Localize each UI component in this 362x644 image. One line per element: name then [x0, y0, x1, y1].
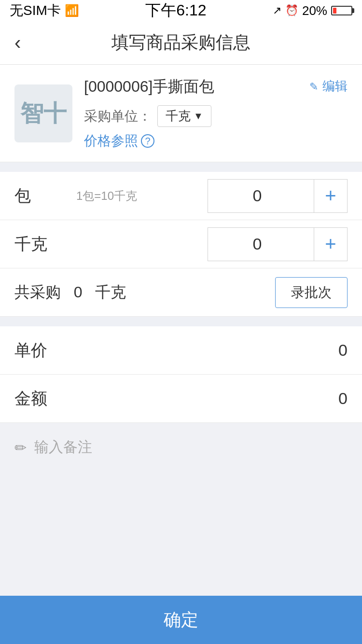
product-image: 智十 — [14, 84, 72, 142]
amount-row: 金额 0 — [0, 375, 362, 423]
kg-input-group: + — [208, 227, 348, 261]
unit-label: 采购单位： — [84, 107, 152, 126]
kg-plus-button[interactable]: + — [314, 227, 348, 261]
product-name: [0000006]手撕面包 — [84, 76, 298, 98]
separator-1 — [0, 162, 362, 172]
bao-input[interactable] — [208, 179, 314, 213]
remark-section[interactable]: ✏ 输入备注 — [0, 423, 362, 519]
summary-value: 0 — [74, 283, 83, 301]
location-icon: ↗ — [273, 4, 281, 17]
remark-placeholder: 输入备注 — [34, 437, 92, 457]
confirm-button[interactable]: 确定 — [0, 596, 362, 644]
product-info: [0000006]手撕面包 采购单位： 千克 ▼ 价格参照 ? — [84, 76, 298, 150]
unit-price-label: 单价 — [14, 339, 47, 362]
kg-input[interactable] — [208, 227, 314, 261]
bao-plus-button[interactable]: + — [314, 179, 348, 213]
price-ref-label[interactable]: 价格参照 — [84, 132, 138, 150]
unit-value: 千克 — [166, 108, 191, 125]
product-unit-row: 采购单位： 千克 ▼ — [84, 105, 298, 127]
unit-select[interactable]: 千克 ▼ — [157, 105, 211, 127]
bao-label: 包 — [14, 185, 72, 207]
price-ref-help-icon: ? — [141, 134, 154, 148]
status-left: 无SIM卡 📶 — [10, 1, 79, 20]
battery-percent: 20% — [302, 3, 327, 18]
bao-input-group: + — [208, 179, 348, 213]
unit-price-value: 0 — [338, 341, 348, 360]
unit-price-row: 单价 0 — [0, 326, 362, 375]
status-time: 下午6:12 — [145, 0, 206, 21]
price-section: 单价 0 金额 0 — [0, 326, 362, 423]
dropdown-icon: ▼ — [194, 111, 203, 122]
kg-label: 千克 — [14, 233, 72, 255]
battery-icon — [331, 6, 352, 15]
summary-label: 共采购 — [14, 283, 61, 301]
status-bar: 无SIM卡 📶 下午6:12 ↗ ⏰ 20% — [0, 0, 362, 21]
page-title: 填写商品采购信息 — [111, 31, 251, 55]
kg-row: 千克 + — [0, 220, 362, 268]
wifi-icon: 📶 — [65, 4, 79, 17]
bao-sublabel: 1包=10千克 — [76, 188, 137, 204]
summary-row: 共采购 0 千克 录批次 — [0, 268, 362, 317]
status-right: ↗ ⏰ 20% — [273, 3, 352, 18]
pencil-icon: ✏ — [14, 439, 27, 456]
batch-button[interactable]: 录批次 — [275, 277, 348, 308]
back-button[interactable]: ‹ — [14, 32, 21, 54]
input-section: 包 1包=10千克 + 千克 + — [0, 172, 362, 268]
alarm-icon: ⏰ — [285, 4, 298, 17]
summary-unit: 千克 — [95, 283, 126, 301]
nav-bar: ‹ 填写商品采购信息 — [0, 21, 362, 65]
edit-button[interactable]: ✎ 编辑 — [309, 76, 348, 95]
summary-text: 共采购 0 千克 — [14, 282, 126, 303]
amount-value: 0 — [338, 389, 348, 408]
product-card: 智十 [0000006]手撕面包 采购单位： 千克 ▼ 价格参照 ? ✎ 编辑 — [0, 65, 362, 162]
carrier-text: 无SIM卡 — [10, 1, 61, 20]
price-ref-row: 价格参照 ? — [84, 132, 298, 150]
amount-label: 金额 — [14, 388, 47, 410]
battery-fill — [333, 8, 336, 14]
bao-row: 包 1包=10千克 + — [0, 172, 362, 220]
separator-2 — [0, 317, 362, 326]
product-logo: 智十 — [20, 102, 67, 125]
